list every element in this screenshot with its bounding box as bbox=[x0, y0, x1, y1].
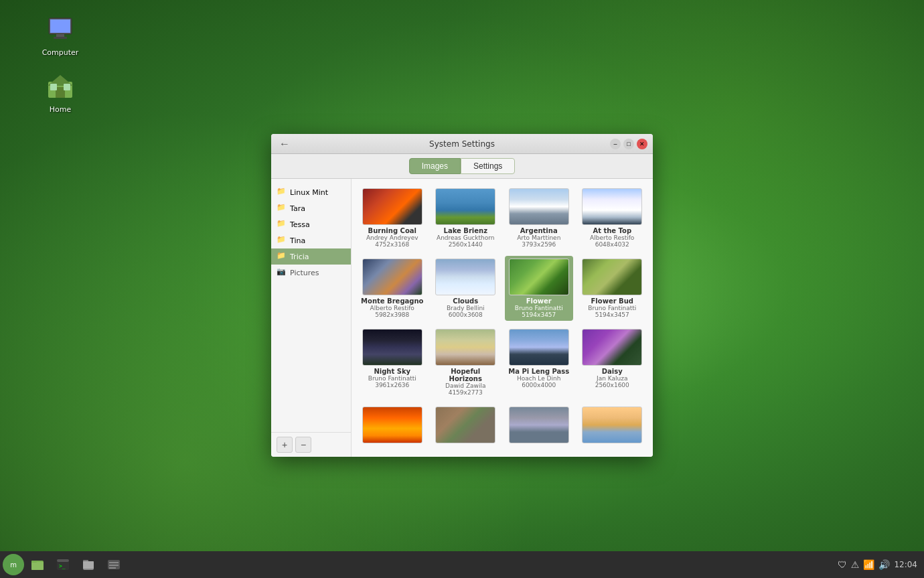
svg-rect-13 bbox=[31, 561, 37, 563]
sidebar-item-tricia[interactable]: 📁 Tricia bbox=[271, 248, 351, 265]
wallpaper-grid: Burning Coal Andrey Andreyev 4752x3168 L… bbox=[358, 186, 646, 448]
wallpaper-thumb-lake-brienz bbox=[435, 188, 495, 225]
wallpaper-size-flower-bud: 5194x3457 bbox=[595, 311, 629, 318]
window-close-button[interactable]: ✕ bbox=[637, 139, 647, 149]
sidebar-controls: + − bbox=[271, 432, 351, 457]
sidebar-label-linux-mint: Linux Mint bbox=[290, 188, 345, 197]
svg-text:>_: >_ bbox=[59, 563, 66, 569]
wallpaper-thumb-hopeful-horizons bbox=[435, 329, 495, 366]
shield-icon: 🛡 bbox=[838, 559, 847, 570]
wallpaper-thumb-night-sky bbox=[362, 329, 422, 366]
wallpaper-author-at-the-top: Alberto Restifo bbox=[590, 234, 634, 241]
wallpaper-thumb-beach bbox=[582, 407, 642, 443]
mint-logo-icon: m bbox=[7, 558, 20, 571]
folder-icon-linux-mint: 📁 bbox=[277, 187, 287, 198]
wallpaper-name-lake-brienz: Lake Brienz bbox=[444, 227, 487, 234]
taskbar-time: 12:04 bbox=[894, 560, 917, 569]
wallpaper-thumb-flower-bud bbox=[582, 259, 642, 295]
folder-icon-tricia: 📁 bbox=[277, 251, 287, 262]
sidebar-item-linux-mint[interactable]: 📁 Linux Mint bbox=[271, 184, 351, 200]
wallpaper-item-lake-brienz[interactable]: Lake Brienz Andreas Guckthorn 2560x1440 bbox=[432, 186, 500, 250]
wallpaper-thumb-flower bbox=[509, 259, 569, 295]
taskbar-files-button[interactable] bbox=[76, 554, 100, 575]
volume-icon: 🔊 bbox=[878, 559, 890, 570]
tab-images[interactable]: Images bbox=[409, 158, 461, 174]
wallpaper-item-clouds[interactable]: Clouds Brady Bellini 6000x3608 bbox=[432, 256, 500, 321]
taskbar-terminal-button[interactable]: >_ bbox=[51, 554, 75, 575]
wallpaper-item-monte-bregagno[interactable]: Monte Bregagno Alberto Restifo 5982x3988 bbox=[358, 256, 427, 321]
taskbar: m >_ bbox=[0, 551, 924, 578]
wallpaper-name-flower-bud: Flower Bud bbox=[591, 297, 633, 305]
terminal-icon: >_ bbox=[56, 557, 70, 572]
wallpaper-item-flower[interactable]: Flower Bruno Fantinatti 5194x3457 bbox=[505, 256, 573, 321]
wallpaper-size-lake-brienz: 2560x1440 bbox=[449, 241, 483, 248]
wallpaper-thumb-burning-coal bbox=[362, 188, 422, 225]
wallpaper-name-clouds: Clouds bbox=[453, 297, 478, 305]
wallpaper-item-night-sky[interactable]: Night Sky Bruno Fantinatti 3961x2636 bbox=[358, 326, 427, 399]
wallpaper-item-at-the-top[interactable]: At the Top Alberto Restifo 6048x4032 bbox=[579, 186, 647, 250]
home-icon[interactable]: Home bbox=[33, 70, 87, 114]
wallpaper-thumb-at-the-top bbox=[582, 188, 642, 225]
files-icon bbox=[81, 557, 96, 572]
wallpaper-thumb-argentina bbox=[509, 188, 569, 225]
alert-icon: ⚠ bbox=[851, 559, 860, 570]
settings-taskbar-icon bbox=[106, 557, 121, 572]
sidebar-label-pictures: Pictures bbox=[290, 269, 319, 277]
wallpaper-item-aerial[interactable] bbox=[432, 404, 500, 448]
sidebar-item-pictures[interactable]: 📷 Pictures bbox=[271, 265, 351, 281]
wallpaper-item-argentina[interactable]: Argentina Arto Marttinen 3793x2596 bbox=[505, 186, 573, 250]
wallpaper-name-monte-bregagno: Monte Bregagno bbox=[361, 297, 423, 305]
wallpaper-author-ma-pi-leng: Hoach Le Dinh bbox=[517, 375, 560, 382]
folder-icon-tara: 📁 bbox=[277, 203, 287, 214]
taskbar-filemanager-button[interactable] bbox=[25, 554, 50, 575]
wallpaper-item-misty[interactable] bbox=[505, 404, 573, 448]
wallpaper-name-argentina: Argentina bbox=[520, 227, 558, 234]
sidebar-remove-button[interactable]: − bbox=[295, 437, 311, 453]
sidebar-label-tara: Tara bbox=[290, 204, 345, 213]
file-manager-icon bbox=[30, 557, 45, 572]
svg-rect-1 bbox=[50, 19, 70, 33]
svg-text:m: m bbox=[10, 561, 17, 569]
wallpaper-name-burning-coal: Burning Coal bbox=[368, 227, 416, 234]
wallpaper-item-beach[interactable] bbox=[579, 404, 647, 448]
window-back-button[interactable]: ← bbox=[277, 138, 293, 150]
window-minimize-button[interactable]: – bbox=[610, 139, 621, 149]
svg-rect-7 bbox=[50, 84, 57, 90]
wallpaper-thumb-ma-pi-leng bbox=[509, 329, 569, 366]
wallpaper-name-flower: Flower bbox=[526, 297, 552, 305]
wallpaper-size-night-sky: 3961x2636 bbox=[375, 382, 409, 388]
network-icon: 📶 bbox=[863, 559, 874, 570]
wallpaper-item-sunset[interactable] bbox=[358, 404, 427, 448]
wallpaper-size-clouds: 6000x3608 bbox=[449, 311, 483, 318]
wallpaper-thumb-daisy bbox=[582, 329, 642, 366]
taskbar-settings-button[interactable] bbox=[102, 554, 126, 575]
wallpaper-thumb-clouds bbox=[435, 259, 495, 295]
wallpaper-author-night-sky: Bruno Fantinatti bbox=[368, 375, 416, 382]
sidebar-item-tessa[interactable]: 📁 Tessa bbox=[271, 216, 351, 232]
window-maximize-button[interactable]: □ bbox=[623, 139, 634, 149]
wallpaper-item-flower-bud[interactable]: Flower Bud Bruno Fantinatti 5194x3457 bbox=[579, 256, 647, 321]
wallpaper-thumb-sunset bbox=[362, 407, 422, 443]
window-titlebar: ← System Settings – □ ✕ bbox=[271, 134, 653, 154]
sidebar-item-tina[interactable]: 📁 Tina bbox=[271, 232, 351, 248]
taskbar-mint-button[interactable]: m bbox=[3, 554, 24, 575]
svg-rect-8 bbox=[64, 84, 70, 90]
tab-settings[interactable]: Settings bbox=[461, 158, 515, 174]
svg-rect-12 bbox=[31, 562, 44, 570]
wallpaper-name-daisy: Daisy bbox=[602, 368, 623, 375]
wallpaper-author-lake-brienz: Andreas Guckthorn bbox=[437, 234, 495, 241]
wallpaper-item-daisy[interactable]: Daisy Jan Kaluza 2560x1600 bbox=[579, 326, 647, 399]
wallpaper-item-burning-coal[interactable]: Burning Coal Andrey Andreyev 4752x3168 bbox=[358, 186, 427, 250]
sidebar-item-tara[interactable]: 📁 Tara bbox=[271, 200, 351, 216]
wallpaper-item-hopeful-horizons[interactable]: Hopeful Horizons Dawid Zawila 4159x2773 bbox=[432, 326, 500, 399]
computer-icon[interactable]: Computer bbox=[33, 13, 87, 57]
system-settings-window: ← System Settings – □ ✕ Images Settings … bbox=[271, 134, 653, 457]
window-title: System Settings bbox=[429, 139, 495, 149]
home-svg bbox=[46, 74, 74, 99]
wallpaper-name-ma-pi-leng: Ma Pi Leng Pass bbox=[508, 368, 569, 375]
wallpaper-size-ma-pi-leng: 6000x4000 bbox=[522, 382, 556, 388]
wallpaper-item-ma-pi-leng[interactable]: Ma Pi Leng Pass Hoach Le Dinh 6000x4000 bbox=[505, 326, 573, 399]
sidebar-add-button[interactable]: + bbox=[277, 437, 293, 453]
wallpaper-author-argentina: Arto Marttinen bbox=[517, 234, 560, 241]
window-tab-bar: Images Settings bbox=[271, 154, 653, 179]
